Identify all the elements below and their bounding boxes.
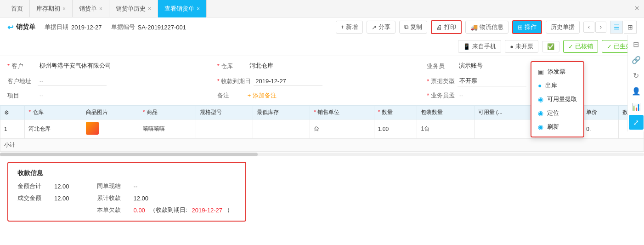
operate-button[interactable]: ⊞ 操作	[512, 20, 542, 34]
ticket-type-value[interactable]: 不开票	[458, 76, 526, 86]
tab-sales-close[interactable]: ×	[99, 6, 102, 12]
tab-inventory-close[interactable]: ×	[62, 6, 66, 12]
list-view-button[interactable]: ☰	[610, 21, 623, 34]
refresh-icon: ◉	[538, 123, 543, 131]
logistics-icon: 🚚	[470, 24, 478, 31]
tab-home[interactable]: 首页	[5, 0, 30, 17]
new-button-label: + 新增	[341, 23, 358, 31]
right-sidebar: ⊟ 🔗 ↻ 👤 📊 ⤢	[627, 35, 644, 131]
share-button[interactable]: ↗ 分享	[367, 21, 395, 34]
cell-image	[82, 120, 139, 139]
sidebar-copy-icon[interactable]: ⊟	[629, 37, 644, 51]
address-value[interactable]: --	[38, 77, 107, 86]
sidebar-refresh-icon[interactable]: ↻	[629, 68, 644, 83]
share-icon: ↗	[372, 24, 377, 31]
locate-item[interactable]: ◉ 定位	[531, 106, 583, 120]
confirm-button[interactable]: ✅	[542, 41, 559, 52]
same-order-value: --	[134, 183, 138, 190]
sold-button[interactable]: ✓ 已核销	[563, 40, 598, 53]
add-invoice-item[interactable]: ▣ 添发票	[531, 65, 583, 79]
view-toggle: ☰ ⊞	[610, 21, 637, 34]
doc-header-row: ↩ 销货单 单据日期 2019-12-27 单据编号 SA-20191227-0…	[0, 17, 644, 37]
col-quantity: 数量	[374, 106, 417, 120]
prev-button[interactable]: ‹	[583, 22, 594, 33]
tab-history[interactable]: 销货单历史 ×	[109, 0, 158, 17]
cell-unit: 台	[310, 120, 374, 139]
doc-number-value: SA-20191227-001	[138, 24, 186, 31]
history-button[interactable]: 历史单据	[546, 21, 580, 34]
history-button-label: 历史单据	[551, 23, 575, 31]
note-field: 备注 添加备注	[217, 91, 427, 100]
outbound-icon: ●	[538, 82, 542, 89]
from-phone-button[interactable]: 📱 来自手机	[458, 40, 501, 53]
doc-header-left: ↩ 销货单 单据日期 2019-12-27 单据编号 SA-20191227-0…	[7, 23, 186, 32]
new-button[interactable]: + 新增	[336, 21, 363, 34]
project-value[interactable]: --	[38, 91, 107, 100]
scrollbar-thumb	[0, 153, 258, 156]
payment-date-value[interactable]: 2019-12-27	[254, 77, 322, 86]
staff-value[interactable]: 演示账号	[457, 61, 526, 71]
project-field: 项目 --	[7, 91, 217, 100]
amount-label: 金额合计	[17, 182, 50, 190]
horizontal-scrollbar[interactable]	[0, 153, 644, 156]
staff-label: 业务员	[427, 62, 454, 70]
payment-date-label: 收款到期日	[217, 77, 251, 85]
customer-field: 客户 柳州粤港平安气体有限公司	[7, 61, 217, 71]
phone-icon: 📱	[463, 43, 470, 50]
sidebar-expand-icon[interactable]: ⤢	[629, 115, 644, 130]
amount-value: 12.00	[54, 183, 69, 190]
operate-icon: ⊞	[518, 24, 523, 31]
confirm-icon: ✅	[547, 43, 554, 50]
logistics-button[interactable]: 🚚 物流信息	[465, 21, 508, 34]
operate-button-label: 操作	[525, 23, 537, 31]
tab-history-close[interactable]: ×	[148, 6, 151, 12]
tab-inventory[interactable]: 库存期初 ×	[30, 0, 73, 17]
outbound-item[interactable]: ● 出库	[531, 79, 583, 92]
doc-title-text: 销货单	[16, 23, 35, 31]
refresh-item[interactable]: ◉ 刷新	[531, 120, 583, 134]
print-button-label: 打印	[444, 23, 456, 31]
tab-view-sales-close[interactable]: ×	[197, 6, 200, 12]
print-button[interactable]: 🖨 打印	[431, 20, 462, 34]
due-date-close: ）	[227, 206, 233, 214]
customer-value[interactable]: 柳州粤港平安气体有限公司	[38, 61, 113, 71]
copy-button[interactable]: ⧉ 复制	[399, 21, 427, 34]
warehouse-label: 仓库	[217, 62, 245, 70]
tab-view-sales[interactable]: 查看销货单 ×	[158, 0, 207, 17]
doc-number-field: 单据编号 SA-20191227-001	[111, 23, 186, 31]
cumulative-label: 累计收款	[97, 194, 129, 202]
tab-inventory-label: 库存期初	[36, 5, 60, 13]
sold-label: 已核销	[575, 42, 593, 51]
next-button[interactable]: ›	[595, 22, 606, 33]
col-available: 可用量 (...	[474, 106, 536, 120]
col-spec: 规格型号	[196, 106, 253, 120]
cell-product: 嘻嘻嘻嘻	[139, 120, 196, 139]
grid-view-button[interactable]: ⊞	[624, 21, 637, 34]
col-image: 商品图片	[82, 106, 139, 120]
sidebar-user-icon[interactable]: 👤	[629, 84, 644, 98]
print-icon: 🖨	[436, 24, 442, 31]
sidebar-chart-icon[interactable]: 📊	[629, 99, 644, 114]
col-unit-price: 单价	[582, 106, 618, 120]
payment-rows: 金额合计 12.00 成交金额 12.00 同单现结 -- 累计收款	[17, 182, 236, 214]
sidebar-link-icon[interactable]: 🔗	[629, 52, 644, 67]
sales-staff-value[interactable]: --	[458, 91, 526, 100]
copy-icon: ⧉	[404, 23, 408, 31]
window-close-button[interactable]: ×	[634, 4, 639, 13]
operate-dropdown: ▣ 添发票 ● 出库 ◉ 可用量提取 ◉ 定位 ◉ 刷新	[531, 61, 584, 137]
available-qty-item[interactable]: ◉ 可用量提取	[531, 92, 583, 106]
not-opened-button[interactable]: ● 未开票	[505, 40, 538, 53]
ticket-type-label: 票据类型	[427, 77, 455, 85]
tab-sales[interactable]: 销货单 ×	[73, 0, 109, 17]
settings-icon: ⚙	[4, 109, 9, 116]
add-note-button[interactable]: 添加备注	[248, 91, 277, 100]
owed-label: 本单欠款	[97, 206, 129, 214]
col-settings[interactable]: ⚙	[0, 106, 25, 120]
locate-icon: ◉	[538, 109, 543, 117]
warehouse-value[interactable]: 河北仓库	[248, 61, 316, 71]
check-icon: ✓	[568, 43, 573, 50]
project-label: 项目	[7, 91, 35, 100]
copy-button-label: 复制	[410, 23, 422, 31]
available-qty-label: 可用量提取	[547, 95, 577, 103]
cell-quantity: 1.00	[374, 120, 417, 139]
